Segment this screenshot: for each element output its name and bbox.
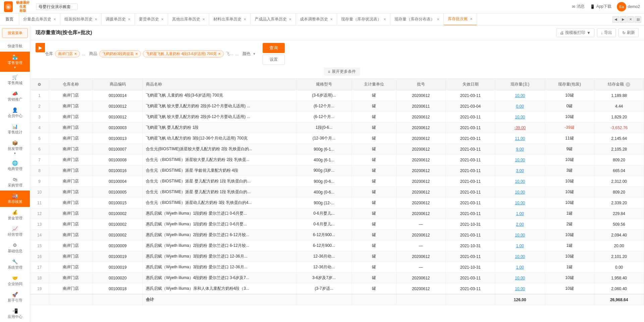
- cell-stock-main[interactable]: 9.00: [495, 144, 545, 155]
- tab-prev-btn[interactable]: ◀: [612, 16, 619, 23]
- sidebar-item-appcenter[interactable]: 📲 应用中心: [0, 306, 30, 322]
- query-btn[interactable]: 查询: [263, 43, 285, 53]
- tab-kucun-pici[interactable]: 库存批次账 ✕: [444, 13, 477, 25]
- filter-right: 仓库 南岸门店 ✕ ... 商品: [45, 43, 639, 76]
- cell-stock-main[interactable]: 10.00: [495, 112, 545, 122]
- finance-icon: 💰: [12, 210, 18, 215]
- tab-close-icon[interactable]: ✕: [95, 17, 97, 21]
- print-btn[interactable]: 🖨 按模板打印 ▼: [556, 28, 594, 37]
- table-row: 15 南岸门店 00100009 惠氏启赋（Wyeth illuma）2段奶粉 …: [30, 240, 644, 251]
- cell-stock-main[interactable]: 11.00: [495, 133, 545, 144]
- cell-stock-main[interactable]: 1.00: [495, 208, 545, 219]
- cell-stock-main[interactable]: 10.00: [495, 273, 545, 283]
- sidebar-item-wholesale[interactable]: 📦 批发管理 ▼: [0, 138, 30, 158]
- sidebar-item-operations[interactable]: 📈 经营管理: [0, 223, 30, 240]
- tab-close-icon[interactable]: ✕: [437, 17, 439, 21]
- warehouse-more[interactable]: ...: [82, 52, 85, 56]
- sidebar-item-retail-shop[interactable]: 🛒 零售商城: [0, 72, 30, 88]
- tab-qita[interactable]: 其他出库单历史 ✕: [168, 13, 209, 25]
- sidebar-item-retail-stat[interactable]: 📊 零售统计: [0, 121, 30, 138]
- cell-expire: 2021-03-04: [446, 101, 495, 112]
- cell-stock-main[interactable]: 10.00: [495, 90, 545, 101]
- retail-mgmt-icon: 🏪: [12, 54, 18, 60]
- cell-stock-pkg: -39罐: [545, 122, 594, 133]
- sidebar-item-basic[interactable]: ⚙ 基础信息: [0, 240, 30, 256]
- refresh-btn[interactable]: ↻ 刷新: [619, 28, 639, 37]
- refresh-icon: ↻: [622, 31, 626, 35]
- tab-cailiao[interactable]: 材料出库单历史 ✕: [209, 13, 251, 25]
- sidebar-item-member[interactable]: 👤 会员中心: [0, 105, 30, 121]
- tab-chanpin-rk[interactable]: 产成品入库单历史 ✕: [251, 13, 296, 25]
- th-settings[interactable]: ⚙: [30, 79, 49, 90]
- cell-stock-main[interactable]: 2.00: [495, 219, 545, 230]
- tab-chengben[interactable]: 成本调整单历史 ✕: [296, 13, 337, 25]
- product-tag-2-close-icon[interactable]: ✕: [218, 52, 221, 56]
- cell-name: 飞鹤星飞帆 较大婴儿配方奶粉 2段(6-12个月婴幼儿适用) ...: [143, 112, 297, 122]
- sidebar-item-marketing[interactable]: 📣 营销推广: [0, 88, 30, 105]
- filter-expand-btn[interactable]: ▶: [36, 43, 45, 52]
- quick-nav-btn[interactable]: 快捷导航: [0, 42, 30, 50]
- cell-stock-main[interactable]: 1.00: [495, 240, 545, 251]
- cell-index: 19: [30, 283, 49, 294]
- expand-more-btn[interactable]: ≡ 展开更多条件: [324, 67, 360, 76]
- tab-close-icon[interactable]: ✕: [289, 17, 291, 21]
- cell-stock-main[interactable]: 10.00: [495, 187, 545, 198]
- product-tag-1-close-icon[interactable]: ✕: [135, 52, 138, 56]
- tab-home[interactable]: 首页: [0, 13, 19, 25]
- tab-xianzai-fenbu[interactable]: 现存量（库存分布表） ✕: [390, 13, 444, 25]
- cell-unit: 罐: [352, 198, 396, 208]
- settings-btn[interactable]: 设置: [263, 54, 285, 65]
- tab-yaohuo[interactable]: 要货单历史 ✕: [135, 13, 168, 25]
- cell-stock-main[interactable]: 10.00: [495, 283, 545, 294]
- sidebar-item-system[interactable]: 🔧 系统管理: [0, 256, 30, 273]
- app-download-btn[interactable]: 📱 App下载: [590, 4, 611, 9]
- sidebar-item-finance[interactable]: 💰 资金管理: [0, 207, 30, 223]
- logo: 畅 畅捷通好生意 标版: [4, 1, 31, 13]
- warehouse-label: 仓库: [45, 51, 53, 57]
- tab-close-icon[interactable]: ✕: [161, 17, 164, 21]
- tab-xianzai-kuzhuang[interactable]: 现存量（库存状况表） ✕: [337, 13, 390, 25]
- cell-stock-main[interactable]: 1.00: [495, 262, 545, 273]
- tab-next-btn[interactable]: ▶: [620, 16, 627, 23]
- tab-close-icon[interactable]: ✕: [202, 17, 205, 21]
- sidebar-item-newguide[interactable]: 🚀 新手引导: [0, 289, 30, 306]
- tab-close-icon[interactable]: ✕: [244, 17, 246, 21]
- tab-tiaobo[interactable]: 调拨单历史 ✕: [102, 13, 135, 25]
- account-selector[interactable]: 母婴行业演示账套: [36, 3, 78, 10]
- tab-zuchai[interactable]: 组装拆卸单历史 ✕: [60, 13, 102, 25]
- cell-stock-main[interactable]: 10.00: [495, 198, 545, 208]
- tab-close-icon[interactable]: ✕: [470, 17, 473, 21]
- cell-stock-main[interactable]: 10.00: [495, 155, 545, 165]
- tab-close-icon[interactable]: ✕: [330, 17, 333, 21]
- cell-stock-main[interactable]: 10.00: [495, 251, 545, 262]
- tab-fenbaopan[interactable]: 分量盘点单历史 ✕: [19, 13, 60, 25]
- sidebar-item-ecommerce[interactable]: 🌐 电商管理: [0, 158, 30, 174]
- tab-menu-btn[interactable]: ▤: [635, 16, 641, 23]
- warehouse-tag-close-icon[interactable]: ✕: [74, 52, 77, 56]
- tab-close-icon[interactable]: ✕: [53, 17, 56, 21]
- cell-stock-main[interactable]: 0.00: [495, 101, 545, 112]
- sidebar-item-enterprise[interactable]: 🤝 企业协同: [0, 273, 30, 289]
- search-menu-btn[interactable]: 搜索菜单: [2, 28, 28, 38]
- cell-stock-main[interactable]: -39.00: [495, 122, 545, 133]
- filter-container: ▶ 仓库 南岸门店 ✕ ...: [36, 43, 639, 76]
- warehouse-filter: 仓库 南岸门店 ✕ ...: [45, 50, 85, 57]
- cell-stock-main[interactable]: 10.00: [495, 230, 545, 240]
- tab-close-all-btn[interactable]: ✕: [627, 16, 634, 23]
- cell-stock-main[interactable]: 10.00: [495, 176, 545, 187]
- message-btn[interactable]: ✉ 消息: [572, 4, 585, 9]
- filter-row: 仓库 南岸门店 ✕ ... 商品: [45, 43, 639, 65]
- tab-close-icon[interactable]: ✕: [128, 17, 130, 21]
- cell-balance: 229.84: [594, 208, 644, 219]
- balance-info-icon[interactable]: i: [626, 82, 630, 87]
- cell-unit: 罐: [352, 240, 396, 251]
- tab-close-icon[interactable]: ✕: [383, 17, 386, 21]
- cell-stock-main[interactable]: 3.00: [495, 165, 545, 176]
- th-stock-main: 现存量(主): [495, 79, 545, 90]
- sidebar-item-purchase[interactable]: 🛍 采购管理: [0, 174, 30, 191]
- export-btn[interactable]: ↓ 导出: [597, 28, 616, 37]
- user-profile[interactable]: Ea demo2: [617, 2, 640, 11]
- product-more-dots[interactable]: ...: [235, 52, 238, 56]
- sidebar-item-retail-mgmt[interactable]: 🏪 零售管理 ▼: [0, 52, 30, 72]
- sidebar-item-inventory[interactable]: 🏭 库存核算: [0, 191, 30, 207]
